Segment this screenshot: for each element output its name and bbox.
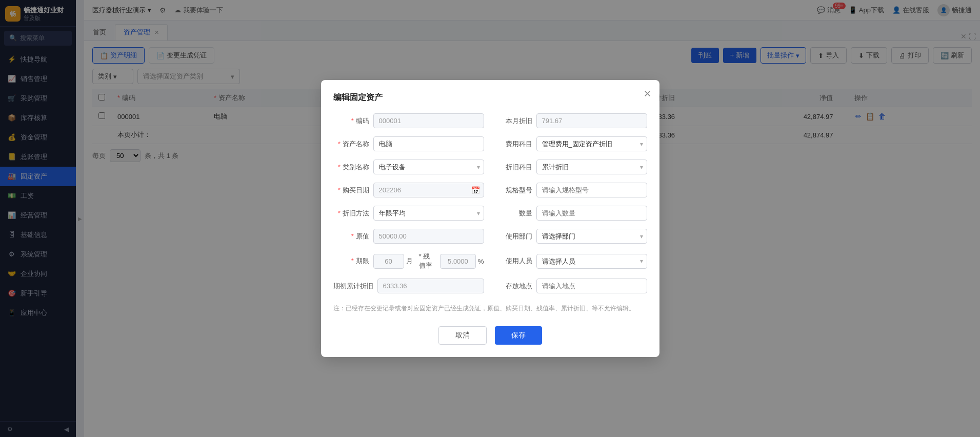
- save-button[interactable]: 保存: [495, 326, 542, 345]
- dep-method-select[interactable]: 年限平均: [373, 206, 484, 221]
- period-unit: 月: [406, 256, 413, 266]
- edit-fixed-asset-modal: 编辑固定资产 ✕ * 编码 本月折旧: [321, 80, 659, 356]
- dep-account-label: 折旧科目: [496, 163, 532, 172]
- form-group-original-value: * 原值: [333, 229, 484, 244]
- form-group-quantity: 数量: [496, 206, 647, 221]
- location-input[interactable]: [536, 279, 647, 293]
- calendar-icon: 📅: [471, 186, 480, 194]
- category-select[interactable]: 电子设备: [373, 160, 484, 174]
- form-group-spec: 规格型号: [496, 183, 647, 197]
- modal-title: 编辑固定资产: [333, 92, 647, 103]
- purchase-date-label: * 购买日期: [333, 186, 369, 195]
- form-group-name: * 资产名称: [333, 136, 484, 151]
- form-group-expense-account: 费用科目 管理费用_固定资产折旧 ▾: [496, 136, 647, 151]
- residual-rate-input[interactable]: [440, 254, 476, 269]
- initial-dep-input[interactable]: [377, 279, 484, 293]
- form-group-code: * 编码: [333, 113, 484, 128]
- expense-account-select[interactable]: 管理费用_固定资产折旧: [536, 136, 647, 151]
- period-label: * 期限: [333, 256, 369, 266]
- monthly-dep-label: 本月折旧: [496, 116, 532, 126]
- expense-account-label: 费用科目: [496, 140, 532, 149]
- modal-form: * 编码 本月折旧 * 资产名称: [333, 113, 647, 313]
- cancel-button[interactable]: 取消: [438, 326, 487, 345]
- code-label: * 编码: [333, 116, 369, 126]
- department-label: 使用部门: [496, 232, 532, 241]
- form-group-monthly-dep: 本月折旧: [496, 113, 647, 128]
- spec-label: 规格型号: [496, 186, 532, 195]
- user-label: 使用人员: [496, 256, 532, 266]
- form-group-location: 存放地点: [496, 279, 647, 293]
- name-input[interactable]: [373, 136, 484, 151]
- original-value-label: * 原值: [333, 232, 369, 241]
- user-select[interactable]: 请选择人员: [536, 254, 647, 269]
- code-input[interactable]: [373, 113, 484, 128]
- original-value-input[interactable]: [373, 229, 484, 244]
- period-input[interactable]: [373, 254, 404, 269]
- location-label: 存放地点: [496, 282, 532, 291]
- initial-dep-label: 期初累计折旧: [333, 282, 373, 291]
- name-label: * 资产名称: [333, 140, 369, 149]
- dep-method-label: * 折旧方法: [333, 209, 369, 218]
- spec-input[interactable]: [536, 183, 647, 197]
- monthly-dep-input: [536, 113, 647, 128]
- purchase-date-input[interactable]: [373, 183, 484, 197]
- form-group-user: 使用人员 请选择人员 ▾: [496, 252, 647, 270]
- dep-account-select[interactable]: 累计折旧: [536, 160, 647, 174]
- residual-pct: %: [478, 257, 484, 265]
- department-select[interactable]: 请选择部门: [536, 229, 647, 244]
- form-group-category: * 类别名称 电子设备 ▾: [333, 160, 484, 174]
- category-label: * 类别名称: [333, 163, 369, 172]
- form-group-initial-dep: 期初累计折旧: [333, 279, 484, 293]
- form-group-department: 使用部门 请选择部门 ▾: [496, 229, 647, 244]
- quantity-input[interactable]: [536, 206, 647, 221]
- modal-overlay: 编辑固定资产 ✕ * 编码 本月折旧: [0, 0, 980, 437]
- form-note: 注：已经存在变更记录或者对应固定资产已经生成凭证，原值、购买日期、残值率、累计折…: [333, 304, 647, 313]
- modal-footer: 取消 保存: [333, 326, 647, 345]
- form-group-purchase-date: * 购买日期 📅: [333, 183, 484, 197]
- form-group-period-residual: * 期限 月 * 残值率 %: [333, 252, 484, 270]
- form-group-dep-method: * 折旧方法 年限平均 ▾: [333, 206, 484, 221]
- form-group-dep-account: 折旧科目 累计折旧 ▾: [496, 160, 647, 174]
- modal-close-button[interactable]: ✕: [644, 88, 651, 100]
- quantity-label: 数量: [496, 209, 532, 218]
